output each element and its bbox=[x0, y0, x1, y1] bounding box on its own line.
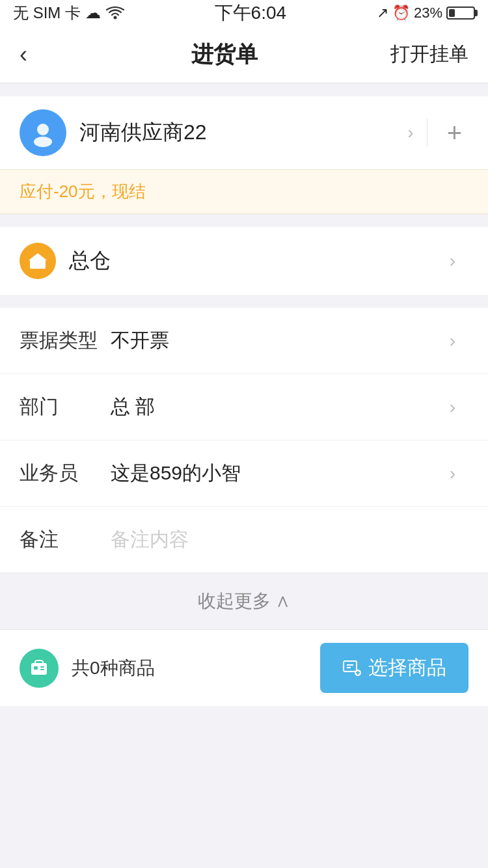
product-icon-svg bbox=[27, 657, 51, 680]
divider bbox=[427, 118, 427, 147]
department-label: 部门 bbox=[20, 394, 111, 420]
warehouse-row[interactable]: 总仓 › bbox=[0, 227, 488, 295]
collapse-label: 收起更多 ∧ bbox=[198, 589, 291, 614]
status-right: ↗ ⏰ 23% bbox=[377, 5, 475, 21]
invoice-type-chevron: › bbox=[450, 331, 455, 351]
add-supplier-button[interactable]: + bbox=[441, 118, 468, 148]
invoice-type-label: 票据类型 bbox=[20, 327, 111, 354]
supplier-name: 河南供应商22 bbox=[79, 118, 407, 147]
svg-marker-4 bbox=[29, 253, 47, 260]
svg-rect-6 bbox=[34, 666, 38, 670]
salesperson-label: 业务员 bbox=[20, 460, 111, 487]
svg-point-2 bbox=[34, 137, 52, 147]
department-row[interactable]: 部门 总 部 › bbox=[0, 373, 488, 440]
product-count-label: 共0种商品 bbox=[72, 656, 307, 681]
salesperson-chevron: › bbox=[450, 463, 455, 484]
select-product-icon bbox=[342, 660, 362, 677]
remark-label: 备注 bbox=[20, 526, 111, 553]
open-pending-button[interactable]: 打开挂单 bbox=[390, 41, 468, 68]
svg-rect-9 bbox=[344, 661, 357, 671]
page-background bbox=[0, 706, 488, 868]
status-bar: 无 SIM 卡 ☁ 下午6:04 ↗ ⏰ 23% bbox=[0, 0, 488, 26]
salesperson-row[interactable]: 业务员 这是859的小智 › bbox=[0, 440, 488, 506]
svg-rect-8 bbox=[40, 669, 44, 670]
sim-label: 无 SIM 卡 ☁ bbox=[13, 3, 101, 23]
alarm-icon: ⏰ bbox=[392, 5, 410, 21]
chevron-right-icon: › bbox=[407, 122, 413, 143]
department-chevron: › bbox=[450, 397, 455, 418]
invoice-type-row[interactable]: 票据类型 不开票 › bbox=[0, 308, 488, 373]
location-icon: ↗ bbox=[377, 5, 388, 21]
page-title: 进货单 bbox=[191, 40, 258, 70]
status-left: 无 SIM 卡 ☁ bbox=[13, 3, 124, 23]
bottom-bar: 共0种商品 选择商品 bbox=[0, 629, 488, 706]
section-gap-2 bbox=[0, 214, 488, 227]
battery-label: 23% bbox=[414, 5, 442, 21]
form-section: 票据类型 不开票 › 部门 总 部 › 业务员 这是859的小智 › 备注 备注… bbox=[0, 308, 488, 573]
battery-icon bbox=[446, 7, 475, 20]
department-value: 总 部 bbox=[111, 394, 450, 420]
notice-banner: 应付-20元，现结 bbox=[0, 169, 488, 214]
invoice-type-value: 不开票 bbox=[111, 327, 450, 354]
select-product-label: 选择商品 bbox=[368, 655, 446, 681]
svg-point-1 bbox=[37, 124, 49, 135]
warehouse-icon bbox=[20, 243, 56, 279]
collapse-row[interactable]: 收起更多 ∧ bbox=[0, 573, 488, 629]
warehouse-section: 总仓 › bbox=[0, 227, 488, 295]
salesperson-value: 这是859的小智 bbox=[111, 460, 450, 487]
svg-rect-7 bbox=[40, 666, 44, 668]
remark-input[interactable]: 备注内容 bbox=[111, 526, 468, 553]
svg-point-0 bbox=[113, 16, 116, 20]
back-button[interactable]: ‹ bbox=[20, 41, 59, 68]
section-gap-1 bbox=[0, 83, 488, 96]
warehouse-icon-svg bbox=[27, 251, 48, 271]
wifi-icon bbox=[106, 7, 124, 20]
nav-bar: ‹ 进货单 打开挂单 bbox=[0, 26, 488, 83]
supplier-avatar-icon bbox=[29, 118, 57, 147]
select-product-button[interactable]: 选择商品 bbox=[320, 643, 468, 693]
warehouse-name: 总仓 bbox=[69, 247, 450, 275]
remark-row[interactable]: 备注 备注内容 bbox=[0, 506, 488, 573]
supplier-section: 河南供应商22 › + 应付-20元，现结 bbox=[0, 96, 488, 214]
svg-rect-5 bbox=[31, 663, 47, 675]
supplier-avatar bbox=[20, 109, 66, 156]
svg-rect-3 bbox=[30, 260, 46, 269]
status-time: 下午6:04 bbox=[215, 1, 287, 25]
section-gap-3 bbox=[0, 295, 488, 308]
product-icon bbox=[20, 649, 59, 688]
supplier-row[interactable]: 河南供应商22 › + bbox=[0, 96, 488, 169]
warehouse-chevron-icon: › bbox=[450, 251, 455, 271]
